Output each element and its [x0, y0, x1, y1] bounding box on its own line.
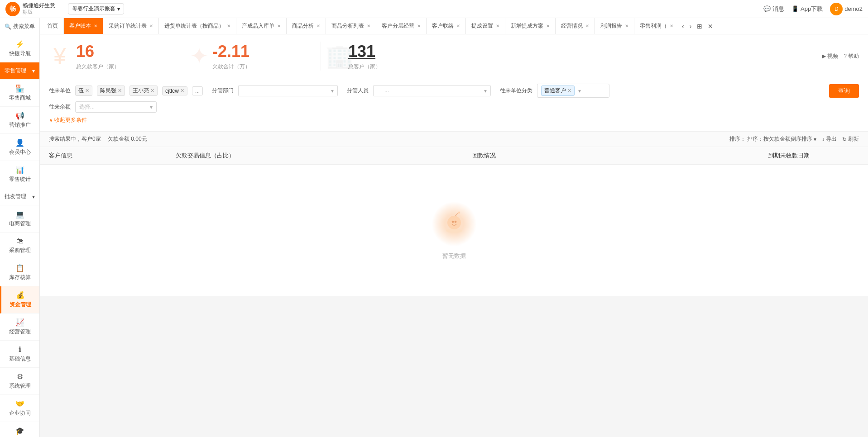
tab-profit-report-label: 利润报告 — [600, 22, 622, 30]
message-btn[interactable]: 💬 消息 — [763, 5, 784, 13]
tab-close-purchase-order[interactable]: ✕ — [149, 24, 153, 28]
org-selector[interactable]: 母婴行业演示账套 ▾ — [68, 3, 124, 14]
app-download-btn[interactable]: 📱 App下载 — [791, 5, 823, 13]
sidebar-item-enterprise-coop[interactable]: 🤝 企业协同 — [0, 395, 39, 422]
tab-close-profit-report[interactable]: ✕ — [625, 24, 628, 28]
remove-tag-chen[interactable]: ✕ — [118, 88, 122, 94]
sidebar-item-sys-mgmt[interactable]: ⚙ 系统管理 — [0, 368, 39, 395]
sidebar-item-retail-stats[interactable]: 📊 零售统计 — [0, 161, 39, 188]
help-label: 帮助 — [848, 52, 859, 60]
category-selector[interactable]: 普通客户 ✕ ▾ — [537, 84, 609, 98]
sys-label: 系统管理 — [9, 382, 31, 390]
tab-inbound-stats[interactable]: 进货单统计表（按商品） ✕ — [159, 18, 236, 34]
tab-close-production[interactable]: ✕ — [277, 24, 281, 28]
tab-customer-contact-label: 客户联络 — [432, 22, 454, 30]
sort-selector[interactable]: 排序： 排序：按欠款金额倒序排序 ▾ — [729, 135, 816, 143]
filter-tag-more[interactable]: ... — [192, 86, 203, 95]
tab-close-ops-situation[interactable]: ✕ — [585, 24, 589, 28]
sidebar-item-inventory[interactable]: 📋 库存核算 — [0, 259, 39, 286]
tab-close-new-commission[interactable]: ✕ — [546, 24, 550, 28]
sort-value: 排序：按欠款金额倒序排序 — [747, 135, 812, 143]
dept-selector[interactable]: ▾ — [238, 85, 338, 96]
tab-product-analysis-list[interactable]: 商品分析列表 ✕ — [326, 18, 376, 34]
logo-text-block: 畅捷通好生意 标版 — [23, 2, 55, 15]
tab-close-product-analysis[interactable]: ✕ — [317, 24, 320, 28]
tab-customer-ledger[interactable]: 客户账本 ✕ — [64, 18, 103, 34]
remove-tag-cjttcw[interactable]: ✕ — [180, 88, 184, 94]
tab-purchase-order[interactable]: 采购订单统计表 ✕ — [103, 18, 159, 34]
tab-profit-report[interactable]: 利润报告 ✕ — [595, 18, 634, 34]
balance-selector[interactable]: 选择... ▾ — [75, 101, 157, 113]
user-profile[interactable]: D demo2 — [830, 3, 863, 15]
tab-close-all-btn[interactable]: ✕ — [705, 18, 716, 34]
sidebar-item-finance[interactable]: 💰 资金管理 — [0, 286, 39, 314]
sidebar-item-retail-mall[interactable]: 🏪 零售商城 — [0, 80, 39, 107]
person-more-icon[interactable]: ··· — [384, 88, 389, 94]
tab-retail-profit[interactable]: 零售利润（ ✕ — [634, 18, 679, 34]
sidebar-item-basic-info[interactable]: ℹ 基础信息 — [0, 341, 39, 368]
person-selector[interactable]: ··· ▾ — [373, 85, 491, 96]
tab-new-commission-label: 新增提成方案 — [511, 22, 543, 30]
tab-product-analysis[interactable]: 商品分析 ✕ — [287, 18, 326, 34]
tab-expand-btn[interactable]: ⊞ — [694, 18, 705, 34]
basic-info-label: 基础信息 — [9, 355, 31, 363]
tab-close-retail-profit[interactable]: ✕ — [670, 24, 673, 28]
sidebar-item-ecommerce[interactable]: 💻 电商管理 — [0, 205, 39, 233]
category-tag: 普通客户 ✕ — [541, 86, 575, 96]
remove-category-tag[interactable]: ✕ — [567, 88, 571, 94]
tab-close-commission-settings[interactable]: ✕ — [496, 24, 499, 28]
tab-home[interactable]: 首页 — [42, 18, 64, 34]
sidebar-item-retail-mgmt[interactable]: 零售管理 ▾ — [0, 62, 39, 80]
query-button[interactable]: 查询 — [829, 84, 859, 98]
tab-new-commission[interactable]: 新增提成方案 ✕ — [505, 18, 556, 34]
balance-placeholder: 选择... — [79, 103, 95, 111]
filter-tag-cjttcw[interactable]: cjttcw ✕ — [162, 86, 187, 95]
retail-mall-label: 零售商城 — [9, 94, 31, 102]
tab-production[interactable]: 产成品入库单 ✕ — [236, 18, 287, 34]
refresh-btn[interactable]: ↻ 刷新 — [842, 135, 859, 143]
collapse-btn[interactable]: ∧ 收起更多条件 — [49, 116, 859, 124]
tab-customer-contact[interactable]: 客户联络 ✕ — [427, 18, 466, 34]
finance-label: 资金管理 — [10, 301, 31, 309]
top-bar: 畅 畅捷通好生意 标版 母婴行业演示账套 ▾ 💬 消息 📱 App下载 D de… — [0, 0, 868, 18]
video-btn[interactable]: ▶ 视频 — [822, 52, 838, 60]
header-help: ▶ 视频 ? 帮助 — [822, 52, 859, 60]
svg-point-1 — [447, 216, 461, 229]
tab-commission-settings[interactable]: 提成设置 ✕ — [466, 18, 505, 34]
wholesale-mgmt-label: 批发管理 — [5, 193, 26, 200]
filter-tag-wu[interactable]: 伍 ✕ — [75, 86, 92, 96]
remove-tag-wu[interactable]: ✕ — [85, 88, 89, 94]
col-repayment: 回款情况 — [472, 152, 769, 160]
filter-tag-chen[interactable]: 陈民强 ✕ — [97, 86, 125, 96]
filter-tag-wang[interactable]: 王小亮 ✕ — [129, 86, 158, 96]
tab-close-product-analysis-list[interactable]: ✕ — [367, 24, 370, 28]
sidebar-item-member-center[interactable]: 👤 会员中心 — [0, 134, 39, 161]
help-btn[interactable]: ? 帮助 — [844, 52, 859, 60]
sidebar-item-new-guide[interactable]: 🎓 新手引导 — [0, 422, 39, 437]
export-btn[interactable]: ↓ 导出 — [822, 135, 837, 143]
sidebar-item-purchase-mgmt[interactable]: 🛍 采购管理 — [0, 233, 39, 259]
tab-customer-tier[interactable]: 客户分层经营 ✕ — [376, 18, 427, 34]
sidebar-search[interactable]: 🔍 搜索菜单 — [0, 18, 39, 35]
stat-block-customers: ¥ 16 总欠款客户（家） — [49, 42, 185, 71]
filter-area: 往来单位 伍 ✕ 陈民强 ✕ 王小亮 ✕ cjttcw — [40, 78, 868, 132]
sidebar-item-marketing[interactable]: 📢 营销推广 — [0, 107, 39, 134]
sidebar-item-wholesale-mgmt[interactable]: 批发管理 ▾ — [0, 188, 39, 205]
tab-close-customer-ledger[interactable]: ✕ — [94, 24, 97, 28]
chevron-down-icon: ▾ — [117, 6, 120, 12]
tab-prev-btn[interactable]: ‹ — [679, 18, 687, 34]
tab-close-customer-tier[interactable]: ✕ — [417, 24, 421, 28]
tab-close-inbound-stats[interactable]: ✕ — [227, 24, 230, 28]
sidebar-item-quick-nav[interactable]: ⚡ 快捷导航 — [0, 35, 39, 62]
stats-header: ¥ 16 总欠款客户（家） ✦ -2.11 欠款合计（万） 🏢 131 总客户（… — [40, 34, 868, 78]
tab-next-btn[interactable]: › — [687, 18, 695, 34]
filter-collapse-row: ∧ 收起更多条件 — [49, 116, 859, 124]
quick-nav-icon: ⚡ — [15, 40, 24, 48]
tab-ops-situation[interactable]: 经营情况 ✕ — [556, 18, 595, 34]
remove-tag-wang[interactable]: ✕ — [150, 88, 154, 94]
tab-close-customer-contact[interactable]: ✕ — [456, 24, 460, 28]
svg-point-5 — [458, 212, 460, 214]
search-result-label: 搜索结果中，客户0家 — [49, 136, 101, 142]
sidebar-item-ops-mgmt[interactable]: 📈 经营管理 — [0, 314, 39, 341]
customers-bg-icon: ¥ — [53, 43, 66, 69]
